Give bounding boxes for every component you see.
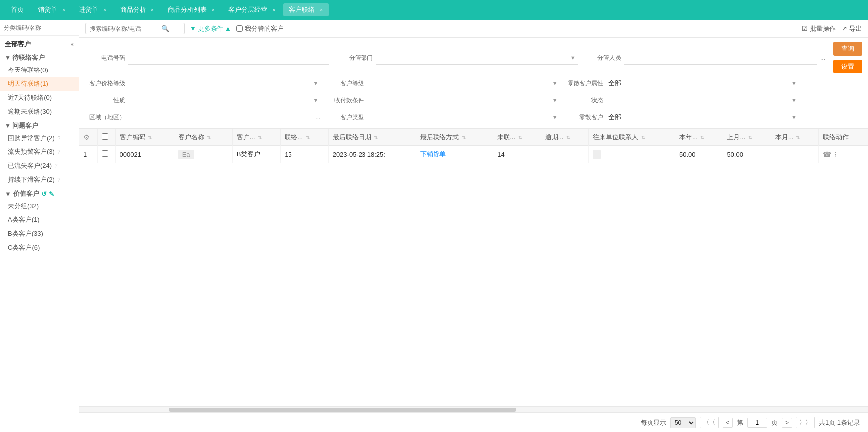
sort-not-contacted-icon[interactable]: ⇅ [518, 135, 522, 140]
nav-customer-contact[interactable]: 客户联络 × [283, 3, 329, 16]
col-checkbox[interactable] [97, 129, 115, 146]
status-select[interactable]: ▼ [606, 93, 798, 107]
sidebar-item-tomorrow-pending[interactable]: 明天待联络(1) [0, 77, 79, 91]
select-all-checkbox[interactable] [102, 133, 108, 140]
retail-customer-select[interactable]: 全部 ▼ [606, 110, 798, 124]
help-icon-churn-warning[interactable]: ? [57, 149, 60, 155]
nav-purchase-order[interactable]: 进货单 × [73, 3, 112, 16]
sidebar-search-input[interactable] [4, 24, 78, 31]
sort-contact-count-icon[interactable]: ⇅ [306, 135, 310, 140]
sidebar-item-class-b[interactable]: B类客户(33) [0, 227, 79, 241]
page-size-select[interactable]: 50 100 200 [670, 417, 696, 428]
more-filter-btn[interactable]: ▼ 更多条件 ▲ [190, 24, 231, 33]
sort-customer-code-icon[interactable]: ⇅ [148, 135, 152, 140]
sidebar-item-churned[interactable]: 已流失客户(24) ? [0, 159, 79, 173]
cell-checkbox[interactable] [97, 146, 115, 163]
col-last-contact-date[interactable]: 最后联络日期 ⇅ [328, 129, 416, 146]
next-page-btn[interactable]: > [782, 418, 792, 428]
my-customers-checkbox[interactable] [236, 25, 243, 32]
col-contact-count[interactable]: 联络... ⇅ [281, 129, 328, 146]
close-sales-order-icon[interactable]: × [62, 7, 65, 13]
page-number-input[interactable] [747, 418, 767, 428]
sidebar-item-ungrouped[interactable]: 未分组(32) [0, 199, 79, 213]
nature-select[interactable]: ▼ [128, 93, 320, 107]
nav-product-analysis-list[interactable]: 商品分析列表 × [162, 3, 220, 16]
sort-overdue-icon[interactable]: ⇅ [566, 135, 570, 140]
sidebar-item-class-a[interactable]: A类客户(1) [0, 213, 79, 227]
row-checkbox[interactable] [102, 150, 108, 157]
sort-this-year-icon[interactable]: ⇅ [700, 135, 704, 140]
sidebar-item-repurchase-abnormal[interactable]: 回购异常客户(2) ? [0, 131, 79, 145]
sidebar-item-churn-warning[interactable]: 流失预警客户(3) ? [0, 145, 79, 159]
collapse-icon[interactable]: « [71, 41, 74, 48]
nav-sales-order[interactable]: 销货单 × [32, 3, 71, 16]
last-contact-method-link[interactable]: 下销货单 [420, 150, 446, 158]
help-icon-repurchase[interactable]: ? [57, 135, 60, 141]
payment-select[interactable]: ▼ [367, 93, 559, 107]
col-this-year[interactable]: 本年... ⇅ [675, 129, 723, 146]
query-button[interactable]: 查询 [833, 42, 862, 56]
sort-customer-type-icon[interactable]: ⇅ [258, 135, 262, 140]
help-icon-declining[interactable]: ? [57, 177, 60, 183]
edit-value-icon[interactable]: ✎ [49, 190, 54, 198]
horizontal-scrollbar[interactable] [79, 406, 868, 412]
sidebar-item-today-pending[interactable]: 今天待联络(0) [0, 63, 79, 77]
retail-attr-select[interactable]: 全部 ▼ [606, 76, 798, 90]
sort-customer-name-icon[interactable]: ⇅ [207, 135, 211, 140]
col-contact-person[interactable]: 往来单位联系人 ⇅ [589, 129, 675, 146]
nav-customer-segmentation[interactable]: 客户分层经营 × [222, 3, 281, 16]
phone-input[interactable] [128, 51, 329, 65]
nav-home[interactable]: 首页 [5, 3, 30, 16]
region-more-icon[interactable]: ... [315, 114, 320, 121]
last-page-btn[interactable]: 〉〉 [796, 417, 815, 428]
my-customers-filter[interactable]: 我分管的客户 [236, 24, 284, 33]
col-customer-type[interactable]: 客户... ⇅ [232, 129, 280, 146]
region-input[interactable] [128, 110, 312, 124]
close-customer-segmentation-icon[interactable]: × [272, 7, 275, 13]
sort-this-month-icon[interactable]: ⇅ [796, 135, 800, 140]
dept-select[interactable]: ▼ [376, 51, 577, 65]
all-customers-header[interactable]: 全部客户 « [0, 36, 79, 51]
settings-icon[interactable]: ⚙ [83, 133, 90, 141]
contact-icon[interactable]: ☎ [823, 150, 831, 158]
person-more-icon[interactable]: ... [820, 54, 825, 61]
refresh-value-icon[interactable]: ↺ [41, 190, 47, 198]
sidebar-item-declining[interactable]: 持续下滑客户(2) ? [0, 173, 79, 187]
col-customer-code[interactable]: 客户编码 ⇅ [115, 129, 174, 146]
close-product-analysis-list-icon[interactable]: × [212, 7, 215, 13]
close-purchase-order-icon[interactable]: × [103, 7, 106, 13]
sidebar-item-overdue-pending[interactable]: 逾期未联络(30) [0, 105, 79, 119]
more-actions-icon[interactable]: ⁝ [834, 150, 836, 158]
sort-last-contact-date-icon[interactable]: ⇅ [374, 135, 378, 140]
main-search-btn[interactable]: 🔍 [161, 25, 169, 32]
sidebar-item-class-c[interactable]: C类客户(6) [0, 241, 79, 255]
col-last-month[interactable]: 上月... ⇅ [723, 129, 771, 146]
sort-contact-person-icon[interactable]: ⇅ [641, 135, 645, 140]
filter-cell-phone: 电话号码 [85, 51, 329, 65]
col-overdue[interactable]: 逾期... ⇅ [541, 129, 588, 146]
col-customer-name[interactable]: 客户名称 ⇅ [174, 129, 232, 146]
sidebar-item-week-pending[interactable]: 近7天待联络(0) [0, 91, 79, 105]
help-icon-churned[interactable]: ? [54, 163, 57, 169]
scrollbar-thumb[interactable] [169, 408, 516, 412]
col-not-contacted[interactable]: 未联... ⇅ [493, 129, 541, 146]
customer-level-select[interactable]: ▼ [367, 76, 559, 90]
sort-last-month-icon[interactable]: ⇅ [748, 135, 752, 140]
col-gear[interactable]: ⚙ [79, 129, 97, 146]
main-search-input[interactable] [90, 25, 159, 32]
cell-last-contact-method[interactable]: 下销货单 [416, 146, 493, 163]
nav-product-analysis[interactable]: 商品分析 × [114, 3, 160, 16]
person-input[interactable] [624, 51, 817, 65]
price-level-select[interactable]: ▼ [128, 76, 320, 90]
sort-last-contact-method-icon[interactable]: ⇅ [462, 135, 466, 140]
export-btn[interactable]: ↗ 导出 [842, 24, 862, 33]
col-this-month[interactable]: 本月... ⇅ [771, 129, 818, 146]
batch-operation-btn[interactable]: ☑ 批量操作 [802, 24, 836, 33]
close-product-analysis-icon[interactable]: × [151, 7, 154, 13]
prev-page-btn[interactable]: < [723, 418, 733, 428]
first-page-btn[interactable]: 〈〈 [700, 417, 719, 428]
set-button[interactable]: 设置 [833, 60, 862, 73]
customer-type-select[interactable]: ▼ [367, 110, 559, 124]
col-last-contact-method[interactable]: 最后联络方式 ⇅ [416, 129, 493, 146]
close-customer-contact-icon[interactable]: × [320, 7, 323, 13]
